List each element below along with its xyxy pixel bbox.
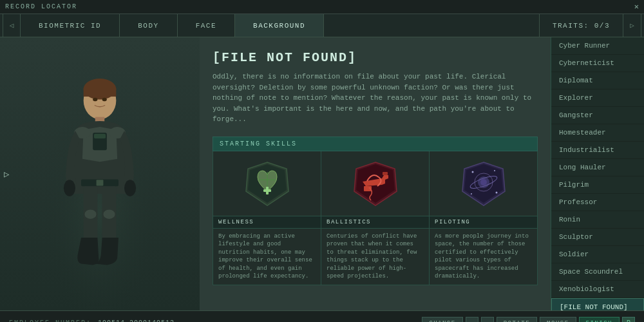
bg-item-industrialist[interactable]: Industrialist <box>551 142 644 159</box>
bottom-bar: EMPLOYEE NUMBER: 190514-2009140512 CHANG… <box>0 310 644 322</box>
piloting-name: PILOTING <box>430 216 537 229</box>
bg-item-explorer[interactable]: Explorer <box>551 90 644 107</box>
next-change-btn[interactable]: ▸ <box>481 317 494 323</box>
bg-item-xenobiologist[interactable]: Xenobiologist <box>551 281 644 298</box>
nav-tabs: ◁ BIOMETRIC ID BODY FACE BACKGROUND TRAI… <box>0 14 644 37</box>
svg-point-36 <box>494 170 495 171</box>
tab-biometric-id[interactable]: BIOMETRIC ID <box>21 14 120 37</box>
piloting-desc: As more people journey into space, the n… <box>430 229 537 285</box>
tab-background[interactable]: BACKGROUND <box>235 14 324 37</box>
change-button[interactable]: CHANGE <box>422 317 462 323</box>
skill-card-piloting: PILOTING As more people journey into spa… <box>430 151 537 285</box>
wellness-badge <box>245 159 290 207</box>
ballistics-icon-area <box>321 151 429 216</box>
bg-item-soldier[interactable]: Soldier <box>551 246 644 263</box>
bg-item-pilgrim[interactable]: Pilgrim <box>551 176 644 194</box>
skills-cards: WELLNESS By embracing an active lifestyl… <box>213 151 538 286</box>
bottom-buttons: CHANGE ◂ ▸ ROTATE MOUSE FINISH R <box>422 317 635 323</box>
ballistics-desc: Centuries of conflict have proven that w… <box>321 229 429 285</box>
skills-section: STARTING SKILLS <box>213 137 538 305</box>
piloting-badge <box>461 159 506 207</box>
bg-item-long-hauler[interactable]: Long Hauler <box>551 159 644 176</box>
svg-point-12 <box>124 180 136 196</box>
bg-item-diplomat[interactable]: Diplomat <box>551 72 644 90</box>
tab-body[interactable]: BODY <box>120 14 177 37</box>
svg-point-17 <box>84 209 96 218</box>
character-portrait <box>35 66 164 310</box>
top-bar: RECORD LOCATOR ✕ <box>0 0 644 14</box>
piloting-icon-area <box>430 151 537 216</box>
main-content: ▷ <box>0 37 644 310</box>
prev-nav-btn[interactable]: ◁ <box>3 14 21 37</box>
character-figure <box>0 37 200 310</box>
prev-change-btn[interactable]: ◂ <box>466 317 478 323</box>
bg-item-sculptor[interactable]: Sculptor <box>551 229 644 246</box>
skills-header: STARTING SKILLS <box>213 137 538 151</box>
wellness-icon-area <box>213 151 321 216</box>
mouse-button[interactable]: MOUSE <box>540 317 576 323</box>
svg-point-4 <box>93 98 97 101</box>
background-title: [FILE NOT FOUND] <box>213 50 538 65</box>
svg-point-11 <box>64 180 75 196</box>
bg-item-cyberneticist[interactable]: Cyberneticist <box>551 55 644 72</box>
next-nav-btn[interactable]: ▷ <box>623 14 641 37</box>
bg-item-professor[interactable]: Professor <box>551 194 644 211</box>
finish-button[interactable]: FINISH <box>579 317 620 323</box>
svg-point-5 <box>102 98 107 101</box>
background-list: Cyber Runner Cyberneticist Diplomat Expl… <box>551 37 644 310</box>
svg-rect-3 <box>84 88 117 97</box>
bg-item-space-scoundrel[interactable]: Space Scoundrel <box>551 263 644 281</box>
background-description: Oddly, there is no information on file a… <box>213 71 538 125</box>
svg-rect-24 <box>263 189 271 192</box>
svg-point-38 <box>471 193 472 194</box>
traits-tab: TRAITS: 0/3 <box>539 14 623 37</box>
svg-rect-14 <box>97 180 104 185</box>
ballistics-badge <box>353 159 398 207</box>
character-panel: ▷ <box>0 37 200 310</box>
skill-card-ballistics: BALLISTICS Centuries of conflict have pr… <box>321 151 430 285</box>
bg-item-file-not-found[interactable]: [FILE NOT FOUND] <box>551 298 644 310</box>
svg-point-35 <box>471 171 473 173</box>
bg-item-homesteader[interactable]: Homesteader <box>551 124 644 142</box>
right-content: [FILE NOT FOUND] Oddly, there is no info… <box>200 37 551 310</box>
close-icon[interactable]: ✕ <box>634 2 639 12</box>
svg-rect-28 <box>383 172 388 175</box>
rotate-button[interactable]: ROTATE <box>497 317 537 323</box>
bg-item-cyber-runner[interactable]: Cyber Runner <box>551 37 644 55</box>
svg-point-37 <box>495 192 497 194</box>
bg-item-ronin[interactable]: Ronin <box>551 211 644 229</box>
svg-point-33 <box>480 179 487 185</box>
wellness-desc: By embracing an active lifestyle and goo… <box>213 229 321 285</box>
svg-rect-8 <box>94 134 106 138</box>
employee-number: 190514-2009140512 <box>98 319 175 322</box>
ballistics-name: BALLISTICS <box>321 216 429 229</box>
employee-label: EMPLOYEE NUMBER: <box>9 319 91 322</box>
r-button[interactable]: R <box>622 317 635 323</box>
bg-item-gangster[interactable]: Gangster <box>551 107 644 124</box>
wellness-name: WELLNESS <box>213 216 321 229</box>
tab-face[interactable]: FACE <box>178 14 235 37</box>
record-locator-title: RECORD LOCATOR <box>5 3 77 10</box>
skill-card-wellness: WELLNESS By embracing an active lifestyl… <box>213 151 321 285</box>
svg-point-18 <box>103 209 115 218</box>
